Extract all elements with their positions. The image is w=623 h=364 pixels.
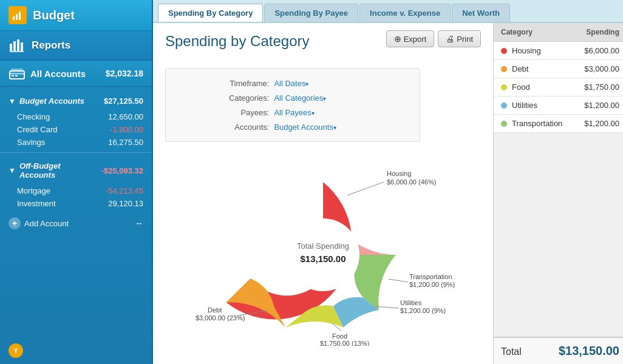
timeframe-label: Timeframe: — [175, 76, 274, 90]
accounts-label: Accounts: — [175, 120, 274, 134]
add-account-row[interactable]: + Add Account ↔ — [0, 212, 152, 234]
off-budget-section: ▼ Off-Budget Accounts -$25,093.32 — [0, 157, 152, 184]
budget-icon — [9, 6, 27, 24]
report-title: Spending by Category — [165, 33, 310, 50]
investment-name: Investment — [17, 199, 56, 208]
all-accounts-icon — [9, 67, 26, 80]
all-accounts-balance: $2,032.18 — [106, 69, 143, 78]
sidebar-bottom: Y — [0, 337, 152, 364]
total-row: Total $13,150.00 — [494, 337, 623, 364]
reports-icon — [9, 37, 26, 54]
mortgage-row[interactable]: Mortgage -54,213.45 — [0, 184, 152, 197]
report-sidebar: Category Spending Housing $6,000.00 Debt… — [493, 23, 623, 364]
svg-text:$1,750.00 (13%): $1,750.00 (13%) — [320, 340, 369, 346]
investment-balance: 29,120.13 — [108, 199, 143, 208]
tab-income-vs-expense[interactable]: Income v. Expense — [359, 4, 451, 22]
payees-value[interactable]: All Payees▾ — [274, 105, 410, 120]
total-label: Total — [501, 346, 559, 357]
credit-card-balance: -1,800.00 — [110, 125, 143, 134]
svg-rect-12 — [11, 69, 23, 72]
categories-label: Categories: — [175, 90, 274, 105]
col-category-header: Category — [501, 28, 586, 36]
housing-name: Housing — [512, 46, 584, 55]
export-label: Export — [404, 35, 427, 44]
export-icon: ⊕ — [394, 34, 401, 44]
credit-card-row[interactable]: Credit Card -1,800.00 — [0, 123, 152, 136]
svg-rect-4 — [13, 41, 16, 51]
add-icon: + — [9, 217, 21, 229]
debt-name: Debt — [512, 64, 584, 73]
checking-balance: 12,650.00 — [108, 112, 143, 121]
svg-rect-5 — [17, 39, 19, 51]
print-icon: 🖨 — [446, 34, 454, 44]
svg-text:Debt: Debt — [208, 306, 222, 314]
category-row-debt[interactable]: Debt $3,000.00 — [494, 60, 623, 78]
transportation-amount: $1,200.00 — [584, 119, 619, 128]
budget-accounts-total: $27,125.50 — [104, 96, 143, 106]
accounts-value[interactable]: Budget Accounts▾ — [274, 120, 410, 134]
category-row-housing[interactable]: Housing $6,000.00 — [494, 42, 623, 60]
off-budget-title: Off-Budget Accounts — [19, 161, 98, 180]
mortgage-name: Mortgage — [17, 186, 50, 195]
credit-card-name: Credit Card — [17, 125, 57, 134]
categories-value[interactable]: All Categories▾ — [274, 90, 410, 105]
ynab-logo: Y — [9, 343, 23, 358]
svg-text:$3,000.00 (23%): $3,000.00 (23%) — [196, 314, 245, 322]
col-spending-header: Spending — [586, 28, 619, 36]
svg-line-16 — [347, 182, 384, 195]
print-label: Print — [457, 35, 473, 44]
svg-text:$13,150.00: $13,150.00 — [300, 254, 346, 264]
print-button[interactable]: 🖨 Print — [438, 30, 481, 47]
investment-row[interactable]: Investment 29,120.13 — [0, 197, 152, 210]
svg-line-19 — [389, 279, 408, 282]
budget-accounts-section: ▼ Budget Accounts $27,125.50 — [0, 92, 152, 110]
svg-text:$1,200.00 (9%): $1,200.00 (9%) — [409, 281, 455, 288]
report-actions: ⊕ Export 🖨 Print — [386, 30, 481, 47]
tabs-bar: Spending By Category Spending By Payee I… — [153, 0, 623, 23]
checking-name: Checking — [17, 112, 50, 121]
reports-label: Reports — [32, 39, 70, 52]
sidebar-all-accounts[interactable]: All Accounts $2,032.18 — [0, 61, 152, 87]
category-row-utilities[interactable]: Utilities $1,200.00 — [494, 96, 623, 115]
sidebar-budget[interactable]: Budget — [0, 0, 152, 31]
svg-rect-3 — [10, 44, 12, 51]
category-row-transportation[interactable]: Transportation $1,200.00 — [494, 115, 623, 133]
export-button[interactable]: ⊕ Export — [386, 30, 435, 47]
donut-chart: Total Spending $13,150.00 Housing $6,000… — [165, 152, 481, 346]
svg-rect-6 — [21, 42, 23, 51]
svg-text:$6,000.00 (46%): $6,000.00 (46%) — [387, 178, 436, 186]
utilities-name: Utilities — [512, 101, 584, 110]
utilities-dot — [501, 103, 507, 109]
svg-text:Total Spending: Total Spending — [297, 241, 349, 251]
timeframe-value[interactable]: All Dates▾ — [274, 76, 410, 90]
svg-text:Utilities: Utilities — [400, 299, 422, 306]
category-row-food[interactable]: Food $1,750.00 — [494, 78, 623, 96]
tab-spending-by-category[interactable]: Spending By Category — [158, 4, 263, 22]
svg-rect-9 — [10, 73, 24, 75]
debt-amount: $3,000.00 — [584, 64, 619, 73]
svg-text:Food: Food — [332, 332, 347, 340]
svg-text:Housing: Housing — [387, 170, 411, 177]
savings-balance: 16,275.50 — [108, 138, 143, 147]
food-dot — [501, 84, 507, 90]
svg-rect-8 — [10, 71, 24, 79]
savings-row[interactable]: Savings 16,275.50 — [0, 136, 152, 149]
total-amount: $13,150.00 — [559, 344, 619, 358]
food-amount: $1,750.00 — [584, 83, 619, 92]
payees-label: Payees: — [175, 105, 274, 120]
report-area: Spending by Category ⊕ Export 🖨 Print Ti… — [153, 23, 623, 364]
budget-arrow-icon: ▼ — [9, 97, 16, 106]
main-content: Spending By Category Spending By Payee I… — [153, 0, 623, 364]
budget-label: Budget — [33, 8, 75, 22]
checking-row[interactable]: Checking 12,650.00 — [0, 110, 152, 123]
svg-text:Transportation: Transportation — [409, 273, 452, 280]
tab-net-worth[interactable]: Net Worth — [452, 4, 510, 22]
tab-spending-by-payee[interactable]: Spending By Payee — [264, 4, 358, 22]
debt-dot — [501, 66, 507, 72]
sidebar-reports[interactable]: Reports — [0, 31, 152, 61]
off-budget-total: -$25,093.32 — [101, 166, 143, 175]
housing-amount: $6,000.00 — [584, 46, 619, 55]
resize-icon: ↔ — [135, 218, 143, 228]
food-name: Food — [512, 83, 584, 92]
transportation-name: Transportation — [512, 119, 584, 128]
